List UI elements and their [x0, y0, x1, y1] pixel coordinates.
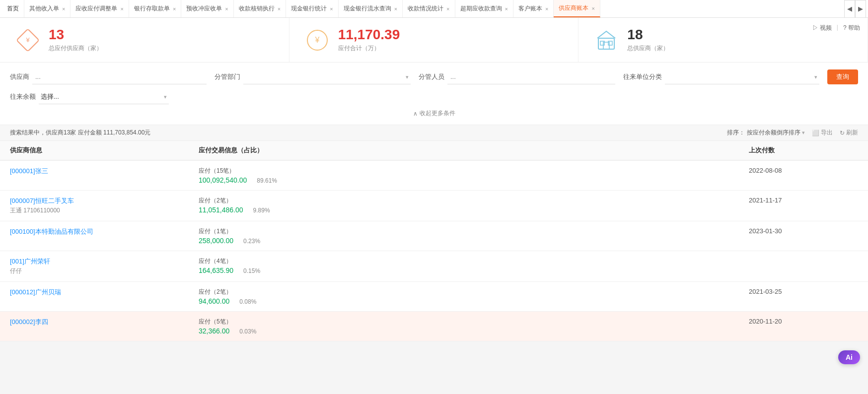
nav-tab-9[interactable]: 超期应收款查询 ×: [455, 0, 513, 17]
balance-filter-select[interactable]: 选择...: [39, 93, 169, 100]
top-navigation: 首页 其他收入单 × 应收应付调整单 × 银行存取款单 × 预收冲应收单 × 收…: [0, 0, 868, 18]
nav-tab-3[interactable]: 银行存取款单 ×: [129, 0, 181, 17]
nav-tab-8-close[interactable]: ×: [446, 6, 449, 12]
trans-amount-3[interactable]: 258,000.00: [199, 237, 233, 245]
trans-row-2: 11,051,486.00 9.89%: [199, 206, 749, 214]
nav-tab-10-close[interactable]: ×: [545, 6, 548, 12]
supplier-cell-6: [000002]李四: [10, 318, 199, 335]
dept-filter: 分管部门 ▾: [215, 69, 411, 84]
result-actions: 排序： 按应付余额倒序排序 ▾ ⬜ 导出 ↻ 刷新: [727, 129, 858, 137]
transaction-info-1: 应付（15笔） 100,092,540.00 89.61%: [199, 167, 749, 184]
sort-value-text[interactable]: 按应付余额倒序排序: [747, 129, 800, 136]
nav-tab-1[interactable]: 其他收入单 ×: [24, 0, 71, 17]
table-header: 供应商信息 应付交易信息（占比） 上次付数: [0, 141, 868, 161]
nav-tab-9-close[interactable]: ×: [505, 6, 508, 12]
nav-tab-5-close[interactable]: ×: [278, 6, 281, 12]
summary-bar: ¥ 13 总应付供应商（家） ¥ 11,170.39 应付合计（万）: [0, 18, 868, 63]
trans-percent-2: 9.89%: [253, 207, 270, 214]
nav-tab-5[interactable]: 收款核销执行 ×: [234, 0, 286, 17]
table-row: [000001]张三 应付（15笔） 100,092,540.00 89.61%…: [0, 161, 868, 191]
trans-percent-5: 0.08%: [239, 298, 256, 305]
nav-tab-4-close[interactable]: ×: [225, 6, 228, 12]
nav-tab-4[interactable]: 预收冲应收单 ×: [181, 0, 233, 17]
refresh-label: 刷新: [846, 129, 858, 137]
person-filter-label: 分管人员: [419, 72, 444, 81]
supplier-filter: 供应商: [10, 69, 207, 84]
supplier-link-4[interactable]: [001]广州荣轩: [10, 258, 50, 265]
transaction-cell-4: 应付（4笔） 164,635.90 0.15%: [199, 257, 749, 275]
lastpay-cell-3: 2023-01-30: [749, 227, 858, 245]
sort-label-text: 排序：: [727, 129, 745, 136]
category-filter-label: 往来单位分类: [623, 72, 662, 81]
svg-rect-6: [600, 41, 604, 45]
trans-label-1: 应付（15笔）: [199, 167, 749, 175]
trans-amount-1[interactable]: 100,092,540.00: [199, 176, 247, 184]
refresh-icon: ↻: [840, 130, 845, 136]
trans-row-4: 164,635.90 0.15%: [199, 266, 749, 274]
supplier-link-5[interactable]: [000012]广州贝瑞: [10, 288, 61, 296]
person-filter-input[interactable]: [447, 69, 615, 84]
nav-tab-home[interactable]: 首页: [2, 0, 24, 17]
summary-right-links: ▷ 视频 | ? 帮助: [812, 24, 861, 32]
nav-tab-8[interactable]: 收款情况统计 ×: [403, 0, 455, 17]
balance-filter-select-wrapper: 选择... ▾: [39, 89, 169, 104]
category-filter-select[interactable]: [665, 73, 820, 80]
nav-tab-9-label: 超期应收款查询: [460, 4, 502, 13]
dept-filter-select[interactable]: [243, 73, 411, 80]
export-button[interactable]: ⬜ 导出: [812, 129, 833, 137]
video-link[interactable]: ▷ 视频: [812, 24, 832, 32]
last-pay-date-3: 2023-01-30: [749, 227, 782, 235]
nav-tab-6[interactable]: 现金银行统计 ×: [286, 0, 338, 17]
result-summary-text: 搜索结果中，供应商13家 应付金额 111,703,854.00元: [10, 129, 150, 137]
supplier-link-1[interactable]: [000001]张三: [10, 167, 48, 175]
trans-amount-5[interactable]: 94,600.00: [199, 297, 229, 305]
nav-tab-7[interactable]: 现金银行流水查询 ×: [339, 0, 403, 17]
sort-label: 排序： 按应付余额倒序排序 ▾: [727, 129, 805, 137]
nav-tab-7-label: 现金银行流水查询: [344, 4, 391, 13]
nav-tab-7-close[interactable]: ×: [394, 6, 397, 12]
summary-label-suppliers: 总应付供应商（家）: [49, 44, 102, 53]
summary-item-amount: ¥ 11,170.39 应付合计（万）: [289, 18, 579, 62]
filter-row-2: 往来余额 选择... ▾: [10, 89, 858, 104]
trans-amount-6[interactable]: 32,366.00: [199, 327, 229, 335]
amount-icon: ¥: [304, 27, 330, 53]
nav-prev-button[interactable]: ◀: [844, 0, 855, 18]
trans-label-3: 应付（1笔）: [199, 227, 749, 236]
help-icon: ?: [843, 24, 847, 31]
balance-filter: 往来余额 选择... ▾: [10, 89, 169, 104]
balance-filter-label: 往来余额: [10, 92, 36, 101]
supplier-link-2[interactable]: [000007]恒旺二手叉车: [10, 197, 74, 204]
nav-tab-11[interactable]: 供应商账本 ×: [554, 0, 600, 17]
nav-tab-1-close[interactable]: ×: [62, 6, 65, 12]
query-button[interactable]: 查询: [827, 69, 858, 84]
nav-tab-2[interactable]: 应收应付调整单 ×: [71, 0, 129, 17]
supplier-link-6[interactable]: [000002]李四: [10, 318, 48, 326]
supplier-link-3[interactable]: [000100]本特勤油品有限公司: [10, 228, 93, 235]
collapse-button[interactable]: ∧ 收起更多条件: [413, 109, 455, 118]
nav-tab-6-close[interactable]: ×: [330, 6, 333, 12]
supplier-filter-input[interactable]: [32, 69, 207, 84]
last-pay-date-1: 2022-08-08: [749, 167, 782, 174]
supplier-filter-label: 供应商: [10, 72, 29, 81]
nav-next-button[interactable]: ▶: [855, 0, 866, 18]
transaction-cell-3: 应付（1笔） 258,000.00 0.23%: [199, 227, 749, 245]
nav-tab-2-close[interactable]: ×: [120, 6, 123, 12]
help-link[interactable]: ? 帮助: [843, 24, 860, 32]
export-icon: ⬜: [812, 130, 819, 136]
nav-tab-11-close[interactable]: ×: [591, 5, 594, 11]
nav-tab-3-close[interactable]: ×: [173, 6, 176, 12]
trans-amount-4[interactable]: 164,635.90: [199, 266, 233, 274]
supplier-cell-2: [000007]恒旺二手叉车 王通 17106110000: [10, 197, 199, 215]
trans-amount-2[interactable]: 11,051,486.00: [199, 206, 243, 214]
lastpay-cell-5: 2021-03-25: [749, 288, 858, 305]
refresh-button[interactable]: ↻ 刷新: [840, 129, 858, 137]
col-header-lastpay: 上次付数: [749, 146, 858, 155]
trans-row-6: 32,366.00 0.03%: [199, 327, 749, 335]
summary-num-amount: 11,170.39: [338, 27, 400, 43]
transaction-info-5: 应付（2笔） 94,600.00 0.08%: [199, 288, 749, 305]
trans-row-1: 100,092,540.00 89.61%: [199, 176, 749, 184]
transaction-cell-1: 应付（15笔） 100,092,540.00 89.61%: [199, 167, 749, 184]
nav-tab-10[interactable]: 客户账本 ×: [513, 0, 554, 17]
transaction-cell-5: 应付（2笔） 94,600.00 0.08%: [199, 288, 749, 305]
supplier-icon: ¥: [15, 27, 41, 53]
